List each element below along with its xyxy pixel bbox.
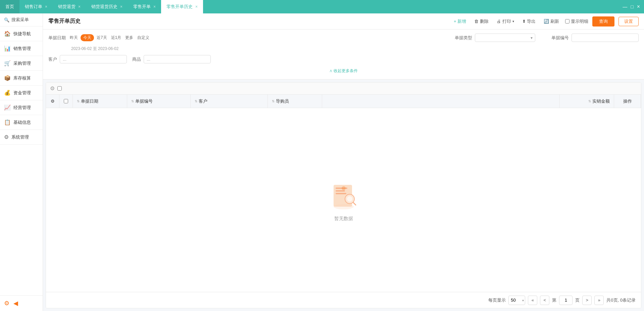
print-label: 打印 <box>502 18 511 24</box>
type-select[interactable] <box>475 34 535 42</box>
tab-sales-return-history[interactable]: 销货退货历史 × <box>86 0 128 13</box>
tab-sales-order[interactable]: 销售订单 × <box>19 0 53 13</box>
tab-sales-return-history-label: 销货退货历史 <box>91 4 117 10</box>
table-toolbar: ⚙ <box>46 83 641 95</box>
customer-dots-icon: ... <box>63 57 66 62</box>
sidebar-item-finance[interactable]: 💰 资金管理 <box>0 86 43 100</box>
num-filter-label: 单据编号 <box>551 35 569 41</box>
page-number-input[interactable]: 1 <box>559 296 573 305</box>
tab-retail-order-history-close[interactable]: × <box>195 4 198 9</box>
sidebar-item-quick-nav[interactable]: 🏠 快捷导航 <box>0 27 43 41</box>
th-select-all[interactable] <box>64 99 68 103</box>
select-all-checkbox[interactable] <box>57 86 62 91</box>
th-settings-icon: ⚙ <box>51 99 55 104</box>
total-info: 共0页, 0条记录 <box>606 297 636 303</box>
collapse-sidebar-icon[interactable]: ◀ <box>13 300 18 307</box>
table-settings-icon[interactable]: ⚙ <box>50 85 55 92</box>
tab-sales-return-close[interactable]: × <box>78 4 81 9</box>
goods-input[interactable]: ... <box>144 55 211 63</box>
tab-retail-order-history[interactable]: 零售开单历史 × <box>161 0 203 13</box>
add-button[interactable]: + 新增 <box>452 17 468 26</box>
th-customer: ⇅ 客户 <box>191 95 268 108</box>
th-amount-sort-icon[interactable]: ⇅ <box>588 99 591 103</box>
th-guide: ⇅ 导购员 <box>268 95 322 108</box>
num-input[interactable] <box>572 34 639 42</box>
sidebar-item-system-label: 系统管理 <box>11 134 29 140</box>
sidebar-item-system[interactable]: ⚙ 系统管理 <box>0 130 43 145</box>
settings-gear-icon[interactable]: ⚙ <box>4 300 9 307</box>
top-nav: 首页 销售订单 × 销货退货 × 销货退货历史 × 零售开单 × 零售开单历史 … <box>0 0 644 13</box>
first-page-btn[interactable]: « <box>528 296 537 305</box>
th-guide-sort-icon[interactable]: ⇅ <box>272 99 275 103</box>
query-button[interactable]: 查询 <box>592 16 614 27</box>
date-btn-yesterday[interactable]: 昨天 <box>68 34 79 41</box>
customer-filter-label: 客户 <box>48 56 57 62</box>
th-checkbox[interactable] <box>59 95 73 108</box>
svg-point-6 <box>347 196 352 202</box>
sidebar-search[interactable]: 🔍 搜索采单 <box>0 13 43 27</box>
close-window-btn[interactable]: × <box>637 4 640 10</box>
sidebar-item-quick-nav-label: 快捷导航 <box>13 31 31 37</box>
sidebar-item-operations[interactable]: 📈 经营管理 <box>0 100 43 115</box>
table-header: ⚙ ⇅ 单据日期 ⇅ 单据编号 ⇅ 客户 ⇅ <box>46 95 641 108</box>
tab-retail-order[interactable]: 零售开单 × <box>128 0 161 13</box>
setting-button[interactable]: 设置 <box>618 17 639 26</box>
type-select-wrapper: ▾ <box>475 34 535 42</box>
per-page-select[interactable]: 20 50 100 <box>508 296 525 305</box>
sidebar-item-base-info-label: 基础信息 <box>13 119 31 125</box>
customer-input[interactable]: ... <box>60 55 127 63</box>
tab-retail-order-label: 零售开单 <box>133 4 151 10</box>
date-btn-today[interactable]: 今天 <box>81 34 94 41</box>
tab-home[interactable]: 首页 <box>0 0 19 13</box>
tab-sales-return-history-close[interactable]: × <box>120 4 122 9</box>
sidebar-item-purchase[interactable]: 🛒 采购管理 <box>0 56 43 71</box>
th-date-sort-icon[interactable]: ⇅ <box>77 99 80 103</box>
search-icon: 🔍 <box>4 17 9 22</box>
tab-home-label: 首页 <box>5 4 14 10</box>
svg-line-7 <box>353 202 356 205</box>
th-cust-sort-icon[interactable]: ⇅ <box>195 99 197 103</box>
th-num-sort-icon[interactable]: ⇅ <box>131 99 134 103</box>
delete-button[interactable]: 🗑 删除 <box>472 17 491 26</box>
th-ops: 操作 <box>614 95 641 108</box>
display-detail-label: 显示明细 <box>571 18 588 24</box>
main-layout: 🔍 搜索采单 🏠 快捷导航 📊 销售管理 🛒 采购管理 📦 库存核算 💰 资金管… <box>0 13 644 311</box>
maximize-btn[interactable]: □ <box>631 4 633 9</box>
display-detail-checkbox[interactable]: 显示明细 <box>565 18 588 24</box>
date-btn-custom[interactable]: 自定义 <box>136 34 151 41</box>
refresh-button[interactable]: 🔄 刷新 <box>542 17 561 26</box>
collapse-label: 收起更多条件 <box>334 68 358 73</box>
date-btn-more[interactable]: 更多 <box>124 34 135 41</box>
export-button[interactable]: ⬆ 导出 <box>520 17 538 26</box>
prev-page-btn[interactable]: < <box>540 296 549 305</box>
filter-row-1: 单据日期 昨天 今天 近7天 近1月 更多 自定义 单据类型 <box>48 34 639 42</box>
date-range-display: 2023-06-02 至 2023-06-02 <box>71 46 118 51</box>
sidebar-item-sales[interactable]: 📊 销售管理 <box>0 41 43 56</box>
collapse-bar[interactable]: ∧ 收起更多条件 <box>48 67 639 75</box>
last-page-btn[interactable]: » <box>594 296 604 305</box>
next-page-btn[interactable]: > <box>582 296 592 305</box>
window-controls: — □ × <box>623 4 644 10</box>
sidebar-item-inventory[interactable]: 📦 库存核算 <box>0 71 43 86</box>
tab-sales-order-label: 销售订单 <box>25 4 42 10</box>
sidebar-item-finance-label: 资金管理 <box>13 90 31 96</box>
minimize-btn[interactable]: — <box>623 4 627 9</box>
filter-dates: 昨天 今天 近7天 近1月 更多 自定义 <box>68 34 151 41</box>
filter-row-2: 客户 ... 商品 ... <box>48 55 639 63</box>
system-icon: ⚙ <box>4 134 9 140</box>
tab-sales-return[interactable]: 销货退货 × <box>53 0 86 13</box>
svg-point-8 <box>342 186 346 190</box>
tab-sales-return-label: 销货退货 <box>58 4 76 10</box>
display-detail-checkbox-input[interactable] <box>565 19 569 23</box>
tab-retail-order-close[interactable]: × <box>153 4 156 9</box>
print-button[interactable]: 🖨 打印 ▾ <box>495 17 516 26</box>
sidebar-item-base-info[interactable]: 📋 基础信息 <box>0 115 43 130</box>
tab-sales-order-close[interactable]: × <box>45 4 47 9</box>
th-settings[interactable]: ⚙ <box>46 95 59 108</box>
filter-num-group: 单据编号 <box>551 34 639 42</box>
th-num: ⇅ 单据编号 <box>127 95 191 108</box>
date-filter-label: 单据日期 <box>48 35 66 41</box>
date-btn-1month[interactable]: 近1月 <box>110 34 123 41</box>
th-num-label: 单据编号 <box>135 98 153 104</box>
date-btn-7days[interactable]: 近7天 <box>95 34 108 41</box>
